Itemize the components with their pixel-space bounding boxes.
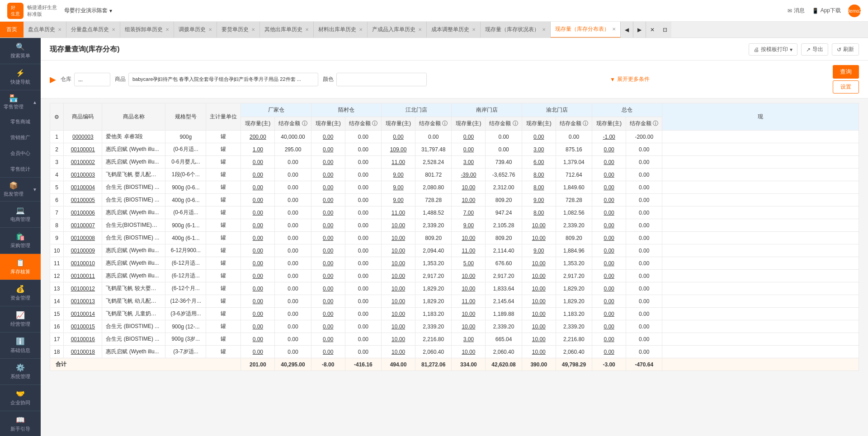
cell-mcc-qty[interactable]: 0.00 (311, 282, 345, 295)
cell-yubmd-qty[interactable]: 10.00 (522, 295, 556, 308)
tab-close-icon[interactable]: ✕ (165, 27, 169, 32)
cell-namd-qty[interactable]: 10.00 (452, 308, 486, 320)
cell-mcc-qty[interactable]: 0.00 (311, 320, 345, 333)
tab-zuzhuan[interactable]: 组装拆卸单历史 ✕ (120, 22, 174, 38)
cell-jbmd-qty[interactable]: 10.00 (382, 244, 415, 257)
app-download-btn[interactable]: 📱 App下载 (812, 7, 841, 14)
cell-code[interactable]: 00100010 (64, 257, 102, 270)
cell-jbmd-qty[interactable]: 109.00 (382, 143, 415, 156)
cell-cgc-qty[interactable]: 0.00 (241, 206, 275, 219)
cell-namd-qty[interactable]: 5.00 (452, 257, 486, 270)
cell-total-qty[interactable]: 0.00 (592, 156, 626, 169)
industry-selector[interactable]: 母婴行业演示陈套 ▾ (64, 7, 112, 14)
cell-cgc-qty[interactable]: 0.00 (241, 169, 275, 181)
cell-yubmd-qty[interactable]: 6.00 (522, 156, 556, 169)
cell-code[interactable]: 00100011 (64, 270, 102, 282)
filter-toggle-arrow[interactable]: ▶ (50, 75, 56, 84)
tab-close-icon[interactable]: ✕ (359, 27, 363, 32)
cell-code[interactable]: 00100002 (64, 156, 102, 169)
sidebar-item-ecom[interactable]: 💻 电商管理 (0, 202, 41, 227)
cell-namd-qty[interactable]: 7.00 (452, 206, 486, 219)
cell-total-qty[interactable]: 0.00 (592, 219, 626, 232)
sidebar-item-member[interactable]: 会员中心 (0, 145, 41, 161)
cell-total-qty[interactable]: 0.00 (592, 244, 626, 257)
cell-total-qty[interactable]: 0.00 (592, 257, 626, 270)
cell-mcc-qty[interactable]: 0.00 (311, 131, 345, 143)
tab-prev-btn[interactable]: ◀ (621, 22, 633, 38)
tab-chanpin[interactable]: 产成品入库单历史 ✕ (368, 22, 427, 38)
cell-mcc-qty[interactable]: 0.00 (311, 194, 345, 206)
tab-close-icon[interactable]: ✕ (472, 27, 476, 32)
tab-close-all-btn[interactable]: ✕ (646, 22, 659, 38)
cell-code[interactable]: 00100007 (64, 219, 102, 232)
cell-total-qty[interactable]: 0.00 (592, 143, 626, 156)
tab-close-icon[interactable]: ✕ (542, 27, 546, 32)
cell-mcc-qty[interactable]: 0.00 (311, 244, 345, 257)
tab-close-icon[interactable]: ✕ (112, 27, 115, 32)
cell-jbmd-qty[interactable]: 9.00 (382, 169, 415, 181)
cell-jbmd-qty[interactable]: 10.00 (382, 333, 415, 346)
tab-chengben[interactable]: 成本调整单历史 ✕ (427, 22, 481, 38)
cell-jbmd-qty[interactable]: 11.00 (382, 156, 415, 169)
sidebar-item-ops[interactable]: 📈 经营管理 (0, 306, 41, 332)
cell-namd-qty[interactable]: 3.00 (452, 333, 486, 346)
user-area[interactable]: demo2 (848, 5, 861, 17)
sidebar-item-marketing[interactable]: 营销推广 (0, 130, 41, 145)
cell-cgc-qty[interactable]: 0.00 (241, 270, 275, 282)
cell-cgc-qty[interactable]: 1.00 (241, 143, 275, 156)
cell-cgc-qty[interactable]: 0.00 (241, 232, 275, 244)
cell-code[interactable]: 00100004 (64, 181, 102, 194)
sidebar-item-sys[interactable]: ⚙️ 系统管理 (0, 359, 41, 384)
sidebar-item-purchase[interactable]: 🛍️ 采购管理 (0, 228, 41, 253)
filter-expand-btn[interactable]: ▼ 展开更多条件 (610, 75, 650, 83)
tab-close-icon[interactable]: ✕ (208, 27, 212, 32)
cell-total-qty[interactable]: 0.00 (592, 194, 626, 206)
cell-jbmd-qty[interactable]: 9.00 (382, 194, 415, 206)
cell-jbmd-qty[interactable]: 10.00 (382, 282, 415, 295)
cell-namd-qty[interactable]: 10.00 (452, 346, 486, 358)
cell-mcc-qty[interactable]: 0.00 (311, 333, 345, 346)
cell-code[interactable]: 00100012 (64, 282, 102, 295)
cell-code[interactable]: 00100006 (64, 206, 102, 219)
tab-yaohuo[interactable]: 要货单历史 ✕ (217, 22, 260, 38)
cell-jbmd-qty[interactable]: 10.00 (382, 270, 415, 282)
cell-code[interactable]: 00100001 (64, 143, 102, 156)
tab-home[interactable]: 首页 (0, 22, 24, 38)
cell-yubmd-qty[interactable]: 10.00 (522, 232, 556, 244)
cell-yubmd-qty[interactable]: 9.00 (522, 194, 556, 206)
cell-cgc-qty[interactable]: 0.00 (241, 244, 275, 257)
cell-total-qty[interactable]: 0.00 (592, 308, 626, 320)
tab-close-icon[interactable]: ✕ (612, 27, 616, 32)
cell-namd-qty[interactable]: 10.00 (452, 194, 486, 206)
tab-next-btn[interactable]: ▶ (633, 22, 646, 38)
cell-mcc-qty[interactable]: 0.00 (311, 181, 345, 194)
cell-jbmd-qty[interactable]: 10.00 (382, 295, 415, 308)
cell-code[interactable]: 00100008 (64, 232, 102, 244)
cell-yubmd-qty[interactable]: 10.00 (522, 219, 556, 232)
cell-namd-qty[interactable]: 11.00 (452, 244, 486, 257)
tab-qitachu[interactable]: 其他出库单历史 ✕ (260, 22, 314, 38)
cell-jbmd-qty[interactable]: 9.00 (382, 181, 415, 194)
cell-cgc-qty[interactable]: 0.00 (241, 181, 275, 194)
tab-close-icon[interactable]: ✕ (58, 27, 61, 32)
print-btn[interactable]: 🖨 按模板打印 ▾ (749, 43, 797, 56)
cell-total-qty[interactable]: 0.00 (592, 270, 626, 282)
sidebar-item-guide[interactable]: 📖 新手引导 (0, 411, 41, 436)
sidebar-item-inventory[interactable]: 📋 库存核算 (0, 254, 41, 280)
tab-xiancun-dist[interactable]: 现存量（库存分布表）✕ (551, 22, 621, 38)
cell-total-qty[interactable]: 0.00 (592, 282, 626, 295)
cell-cgc-qty[interactable]: 0.00 (241, 320, 275, 333)
cell-mcc-qty[interactable]: 0.00 (311, 346, 345, 358)
cell-total-qty[interactable]: 0.00 (592, 295, 626, 308)
cell-namd-qty[interactable]: -39.00 (452, 169, 486, 181)
cell-yubmd-qty[interactable]: 10.00 (522, 270, 556, 282)
cell-cgc-qty[interactable]: 0.00 (241, 295, 275, 308)
cell-namd-qty[interactable]: 10.00 (452, 282, 486, 295)
cell-mcc-qty[interactable]: 0.00 (311, 169, 345, 181)
cell-namd-qty[interactable]: 10.00 (452, 270, 486, 282)
cell-namd-qty[interactable]: 10.00 (452, 320, 486, 333)
cell-total-qty[interactable]: 0.00 (592, 232, 626, 244)
cell-yubmd-qty[interactable]: 8.00 (522, 169, 556, 181)
sidebar-item-quicknav[interactable]: ⚡ 快捷导航 (0, 64, 41, 90)
cell-yubmd-qty[interactable]: 3.00 (522, 143, 556, 156)
